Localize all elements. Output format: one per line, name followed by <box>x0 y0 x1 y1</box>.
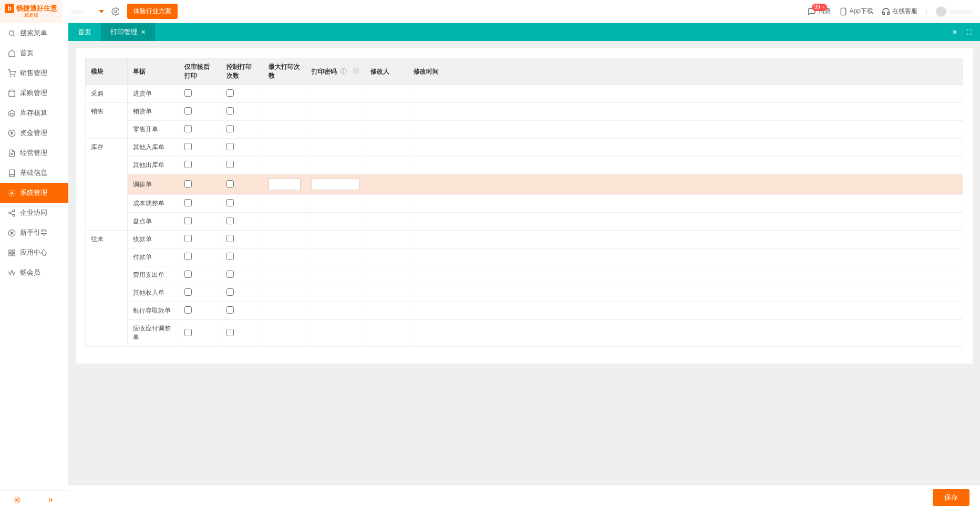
th-modify-time: 修改时间 <box>408 58 963 85</box>
count-checkbox[interactable] <box>226 143 234 150</box>
max-input[interactable] <box>269 179 301 190</box>
count-checkbox[interactable] <box>226 125 234 132</box>
sidebar-item-9[interactable]: 企业协同 <box>0 203 68 223</box>
audit-checkbox[interactable] <box>184 161 192 168</box>
sidebar-item-10[interactable]: 新手引导 <box>0 223 68 243</box>
count-checkbox[interactable] <box>226 235 234 242</box>
svg-rect-22 <box>12 253 14 255</box>
audit-checkbox[interactable] <box>184 329 192 336</box>
doc-cell: 零售开单 <box>128 121 179 139</box>
audit-cell <box>179 195 221 213</box>
save-button[interactable]: 保存 <box>933 489 969 506</box>
modifier-cell <box>365 284 408 302</box>
pwd-cell <box>306 85 365 103</box>
pwd-cell <box>306 266 365 284</box>
sidebar-item-5[interactable]: 资金管理 <box>0 123 68 143</box>
pwd-input[interactable] <box>312 179 359 190</box>
sidebar-item-12[interactable]: 畅会员 <box>0 263 68 283</box>
sidebar-item-8[interactable]: 系统管理 <box>0 183 68 203</box>
sidebar-item-11[interactable]: 应用中心 <box>0 243 68 263</box>
tabbar: 首页打印管理✕ <box>68 23 980 41</box>
doc-cell: 调拨单 <box>128 174 179 195</box>
tab-1[interactable]: 打印管理✕ <box>101 23 155 41</box>
app-download-button[interactable]: App下载 <box>839 7 873 16</box>
audit-cell <box>179 213 221 231</box>
tab-0[interactable]: 首页 <box>68 23 101 41</box>
user-menu[interactable]: ———— <box>936 6 974 17</box>
pwd-cell <box>306 121 365 139</box>
bag-icon <box>7 89 16 97</box>
print-settings-table: 模块 单据 仅审核后打印 控制打印次数 最大打印次数 打印密码 ⓘ <box>85 58 963 347</box>
modifier-cell <box>365 302 408 320</box>
th-password: 打印密码 ⓘ <box>306 58 365 85</box>
logo[interactable]: b 畅捷通好生意 精简版 <box>0 0 62 23</box>
time-cell <box>408 139 963 157</box>
chevron-down-icon[interactable] <box>99 10 104 13</box>
content: 模块 单据 仅审核后打印 控制打印次数 最大打印次数 打印密码 ⓘ <box>68 41 980 509</box>
audit-checkbox[interactable] <box>184 288 192 296</box>
count-checkbox[interactable] <box>226 161 234 168</box>
count-checkbox[interactable] <box>226 271 234 278</box>
audit-checkbox[interactable] <box>184 180 192 188</box>
audit-checkbox[interactable] <box>184 235 192 242</box>
svg-rect-1 <box>841 8 845 15</box>
count-cell <box>221 195 263 213</box>
settings-button[interactable] <box>111 7 120 16</box>
edit-icon[interactable] <box>353 67 359 74</box>
sidebar-item-2[interactable]: 销售管理 <box>0 63 68 83</box>
count-cell <box>221 320 263 347</box>
sidebar-item-6[interactable]: 经营管理 <box>0 143 68 163</box>
sidebar-item-3[interactable]: 采购管理 <box>0 83 68 103</box>
audit-checkbox[interactable] <box>184 199 192 206</box>
cta-button[interactable]: 体验行业方案 <box>127 4 178 19</box>
audit-checkbox[interactable] <box>184 217 192 224</box>
count-checkbox[interactable] <box>226 288 234 296</box>
audit-cell <box>179 302 221 320</box>
svg-point-13 <box>13 210 15 212</box>
count-cell <box>221 302 263 320</box>
audit-checkbox[interactable] <box>184 143 192 150</box>
sidebar-item-1[interactable]: 首页 <box>0 43 68 63</box>
help-icon[interactable]: ⓘ <box>341 68 347 75</box>
pwd-cell <box>306 302 365 320</box>
time-cell <box>408 103 963 121</box>
count-checkbox[interactable] <box>226 253 234 260</box>
audit-checkbox[interactable] <box>184 271 192 278</box>
count-checkbox[interactable] <box>226 199 234 206</box>
footer-bar: 保存 <box>68 485 980 509</box>
tab-close-button[interactable]: ✕ <box>141 29 146 36</box>
time-cell <box>408 213 963 231</box>
sidebar-item-4[interactable]: 库存核算 <box>0 103 68 123</box>
company-selector[interactable]: —— <box>70 8 83 15</box>
messages-button[interactable]: 99 + 消息 <box>808 7 831 16</box>
th-module: 模块 <box>86 58 128 85</box>
audit-checkbox[interactable] <box>184 107 192 115</box>
audit-checkbox[interactable] <box>184 89 192 97</box>
table-row: 往来收款单 <box>86 231 963 248</box>
money-icon <box>7 129 16 137</box>
audit-checkbox[interactable] <box>184 306 192 314</box>
count-checkbox[interactable] <box>226 107 234 115</box>
modifier-cell <box>365 174 408 195</box>
customer-service-button[interactable]: 在线客服 <box>882 7 917 16</box>
max-cell <box>263 195 306 213</box>
sidebar-item-label: 首页 <box>20 48 34 58</box>
sidebar-settings-button[interactable] <box>14 496 21 504</box>
count-checkbox[interactable] <box>226 329 234 336</box>
sidebar-item-7[interactable]: 基础信息 <box>0 163 68 183</box>
svg-point-0 <box>115 11 117 13</box>
audit-checkbox[interactable] <box>184 253 192 260</box>
count-checkbox[interactable] <box>226 180 234 188</box>
gear-icon <box>7 189 16 197</box>
sidebar-item-0[interactable]: 搜索菜单 <box>0 23 68 43</box>
tab-fullscreen-button[interactable] <box>964 27 975 37</box>
count-checkbox[interactable] <box>226 89 234 97</box>
audit-checkbox[interactable] <box>184 125 192 132</box>
sidebar-item-label: 畅会员 <box>20 268 40 277</box>
tab-close-all-button[interactable] <box>950 27 960 37</box>
th-max-count: 最大打印次数 <box>263 58 306 85</box>
module-cell: 往来 <box>86 231 128 347</box>
sidebar-collapse-button[interactable] <box>48 496 55 504</box>
count-checkbox[interactable] <box>226 217 234 224</box>
count-checkbox[interactable] <box>226 306 234 314</box>
